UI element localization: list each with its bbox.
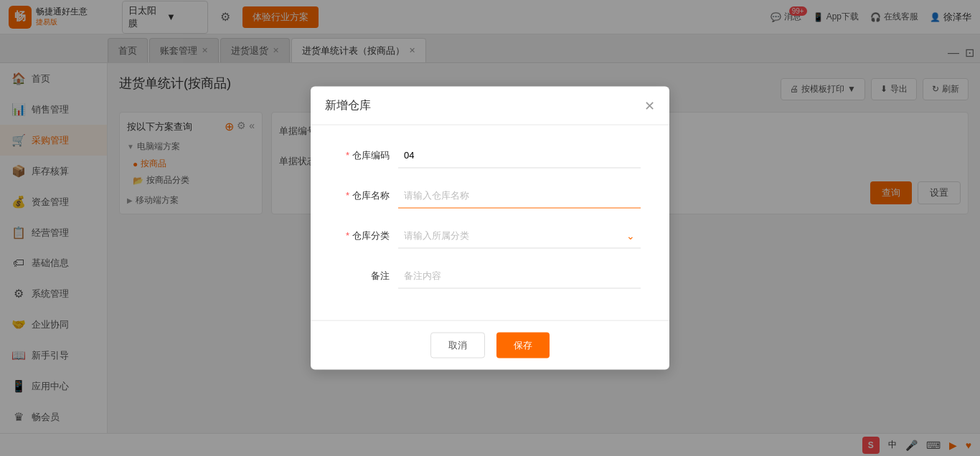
- cancel-button[interactable]: 取消: [430, 333, 485, 358]
- modal-close-icon[interactable]: ✕: [644, 99, 655, 112]
- remark-input[interactable]: [398, 263, 641, 289]
- form-row-name: 仓库名称: [339, 183, 641, 209]
- code-label: 仓库编码: [339, 149, 390, 162]
- modal-footer: 取消 保存: [311, 320, 669, 370]
- modal-title: 新增仓库: [325, 98, 371, 113]
- modal-header: 新增仓库 ✕: [311, 87, 669, 125]
- category-placeholder: 请输入所属分类: [404, 229, 626, 242]
- form-row-remark: 备注: [339, 263, 641, 289]
- save-button[interactable]: 保存: [496, 333, 550, 358]
- name-input[interactable]: [398, 183, 641, 209]
- form-row-category: 仓库分类 请输入所属分类 ⌄: [339, 223, 641, 249]
- remark-label: 备注: [339, 270, 390, 282]
- form-row-code: 仓库编码: [339, 143, 641, 168]
- category-label: 仓库分类: [339, 229, 390, 242]
- code-input[interactable]: [398, 143, 641, 168]
- category-arrow-icon: ⌄: [626, 229, 635, 241]
- add-warehouse-modal: 新增仓库 ✕ 仓库编码 仓库名称 仓库分类 请输入所属分类 ⌄ 备注 取消 保存: [311, 87, 669, 370]
- name-label: 仓库名称: [339, 189, 390, 202]
- modal-body: 仓库编码 仓库名称 仓库分类 请输入所属分类 ⌄ 备注: [311, 125, 669, 320]
- category-select[interactable]: 请输入所属分类 ⌄: [398, 223, 641, 249]
